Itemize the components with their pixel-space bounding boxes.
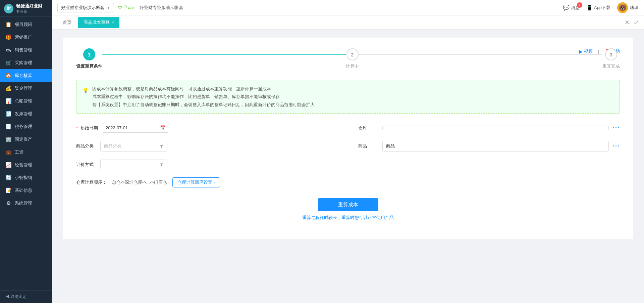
sidebar-label-purchase: 采购管理 xyxy=(15,60,32,66)
warehouse-more-icon[interactable]: ··· xyxy=(613,124,620,131)
warehouse-input[interactable] xyxy=(382,126,609,130)
category-select[interactable]: 商品分类 ▼ xyxy=(100,141,167,152)
warehouse-label: 仓库 xyxy=(358,125,378,131)
play-icon: ▶ xyxy=(579,49,583,54)
warehouse-order-value: 总仓->深圳仓库->...->门店仓 xyxy=(112,179,167,185)
sidebar-item-assets[interactable]: 🏢 固定资产 xyxy=(0,133,52,146)
sidebar-item-operation[interactable]: 📈 经营管理 xyxy=(0,159,52,171)
basic-icon: 📝 xyxy=(5,187,11,193)
message-icon: 💬 xyxy=(563,4,570,11)
sidebar-label-marketing: 营销推广 xyxy=(15,34,32,40)
warehouse-field: 仓库 ··· xyxy=(358,124,620,131)
accounting-icon: 📊 xyxy=(5,98,11,104)
goods-input[interactable]: 商品 xyxy=(382,141,609,152)
tab-home-label: 首页 xyxy=(63,20,71,25)
step-2-circle: 2 xyxy=(346,48,359,60)
verified-text: 已认证 xyxy=(123,5,136,10)
sidebar-item-basic[interactable]: 📝 基础信息 xyxy=(0,184,52,197)
sidebar-item-accounting[interactable]: 📊 总账管理 xyxy=(0,95,52,107)
sidebar-item-inventory[interactable]: 🏠 库存核算 xyxy=(0,69,52,82)
marketing-icon: 🎁 xyxy=(5,34,11,40)
submit-button[interactable]: 重算成本 xyxy=(318,198,378,211)
sidebar-item-system[interactable]: ⚙ 系统管理 xyxy=(0,197,52,210)
step-1: 1 设置重算条件 xyxy=(76,48,102,69)
category-label: 商品分类 xyxy=(76,143,96,149)
sidebar-item-marketing[interactable]: 🎁 营销推广 xyxy=(0,31,52,44)
video-link[interactable]: ▶ 视频 xyxy=(579,48,593,54)
sidebar-label-accounting: 总账管理 xyxy=(15,98,32,104)
user-name: 珠珠 xyxy=(630,5,639,11)
app-name: 畅捷通好业财 xyxy=(16,3,42,9)
step-3-label: 重算完成 xyxy=(602,63,620,69)
app-download-button[interactable]: 📱 App下载 xyxy=(586,5,610,11)
submit-label: 重算成本 xyxy=(338,202,358,207)
sidebar-item-sales[interactable]: 🛍 销售管理 xyxy=(0,44,52,56)
close-tab-icon[interactable]: × xyxy=(112,20,114,25)
sidebar-logo: 财 畅捷通好业财 专业版 xyxy=(0,0,52,17)
required-star: * xyxy=(76,125,78,130)
inventory-icon: 🏠 xyxy=(5,73,11,79)
sidebar-collapse-button[interactable]: ◀ 取消固定 xyxy=(0,290,52,303)
expand-icon[interactable]: ⤢ xyxy=(634,19,639,26)
sidebar-label-tax: 税务管理 xyxy=(15,124,32,130)
sidebar-label-project: 项目顾问 xyxy=(15,21,32,28)
divider: | xyxy=(598,48,599,54)
phone-icon: 📱 xyxy=(586,5,593,11)
sidebar: 财 畅捷通好业财 专业版 📋 项目顾问 🎁 营销推广 🛍 销售管理 🛒 采购管理… xyxy=(0,0,52,303)
notice-line-1: 因成本计算参数调整，或是对商品成本有疑问时，可以通过成本重算功能，重新计算一遍成… xyxy=(92,85,315,93)
warehouse-order-arrow-icon: › xyxy=(214,180,215,185)
tab-cost-recalc[interactable]: 商品成本重算 × xyxy=(78,17,119,28)
tab-bar: 首页 商品成本重算 × ✕ ⤢ xyxy=(52,15,644,30)
warehouse-order-settings-button[interactable]: 仓库计算顺序设置 › xyxy=(172,177,220,187)
sidebar-item-invoice[interactable]: 🧾 发票管理 xyxy=(0,107,52,120)
notice-box: 💡 因成本计算参数调整，或是对商品成本有疑问时，可以通过成本重算功能，重新计算一… xyxy=(76,80,620,114)
tab-home[interactable]: 首页 xyxy=(57,17,77,28)
calendar-icon[interactable]: 📅 xyxy=(160,125,165,130)
sidebar-label-sales: 销售管理 xyxy=(15,47,32,53)
account-chevron-icon: ▼ xyxy=(107,6,110,10)
app-edition: 专业版 xyxy=(16,9,42,14)
topbar: 好业财专业版演示帐套 ▼ 🛡 已认证 好业财专业版演示帐套 💬 消息 1 📱 A… xyxy=(52,0,644,15)
sidebar-label-basic: 基础信息 xyxy=(15,187,32,193)
sidebar-item-salary[interactable]: 💼 工资 xyxy=(0,146,52,159)
wizard-steps: 1 设置重算条件 2 计算中 3 重算完成 xyxy=(76,48,620,69)
user-profile[interactable]: 🐻 珠珠 xyxy=(617,2,639,13)
app-logo-icon: 财 xyxy=(4,4,13,13)
notice-content: 因成本计算参数调整，或是对商品成本有疑问时，可以通过成本重算功能，重新计算一遍成… xyxy=(92,85,315,109)
sidebar-label-finance: 资金管理 xyxy=(15,85,32,91)
sidebar-item-expense[interactable]: 🔄 小畅报销 xyxy=(0,171,52,184)
account-selector[interactable]: 好业财专业版演示帐套 ▼ xyxy=(57,3,114,12)
system-icon: ⚙ xyxy=(5,200,11,206)
sidebar-item-purchase[interactable]: 🛒 采购管理 xyxy=(0,56,52,69)
submit-area: 重算成本 重算过程耗时较长，重算时您可以正常使用产品 xyxy=(76,198,620,221)
wizard-card: ▶ 视频 | ❓ 帮助 1 设置重算条件 xyxy=(63,38,633,239)
goods-more-icon[interactable]: ··· xyxy=(613,143,620,150)
message-button[interactable]: 💬 消息 1 xyxy=(563,4,580,11)
step-3-circle: 3 xyxy=(605,48,617,60)
sidebar-label-operation: 经营管理 xyxy=(15,162,32,168)
account-name: 好业财专业版演示帐套 xyxy=(61,5,105,11)
sales-icon: 🛍 xyxy=(5,47,11,53)
form-row-1: * 起始日期 2022-07-01 📅 仓库 ··· xyxy=(76,123,620,133)
step-connector-1-2 xyxy=(102,54,346,55)
sidebar-label-invoice: 发票管理 xyxy=(15,111,32,117)
sidebar-item-project[interactable]: 📋 项目顾问 xyxy=(0,18,52,31)
sidebar-nav: 📋 项目顾问 🎁 营销推广 🛍 销售管理 🛒 采购管理 🏠 库存核算 💰 资金管… xyxy=(0,17,52,290)
shield-icon: 🛡 xyxy=(118,5,122,10)
category-placeholder: 商品分类 xyxy=(104,143,121,149)
tab-cost-recalc-label: 商品成本重算 xyxy=(84,19,110,26)
sidebar-item-tax[interactable]: 📑 税务管理 xyxy=(0,120,52,133)
pricing-field: 计价方式 ▼ xyxy=(76,160,338,169)
goods-label: 商品 xyxy=(358,143,378,149)
sidebar-item-finance[interactable]: 💰 资金管理 xyxy=(0,82,52,95)
start-date-input[interactable]: 2022-07-01 📅 xyxy=(102,123,169,133)
submit-hint: 重算过程耗时较长，重算时您可以正常使用产品 xyxy=(76,215,620,221)
pricing-select[interactable]: ▼ xyxy=(100,160,167,169)
step-2: 2 计算中 xyxy=(346,48,359,69)
notice-line-2: 成本重算过程中，影响库存账的操作均不能操作，比如进货单、销货单、库存单据不能审核… xyxy=(92,93,315,100)
purchase-icon: 🛒 xyxy=(5,60,11,66)
close-window-icon[interactable]: ✕ xyxy=(625,19,630,26)
start-date-field: * 起始日期 2022-07-01 📅 xyxy=(76,123,338,133)
topbar-right: 💬 消息 1 📱 App下载 🐻 珠珠 xyxy=(563,2,639,13)
app-download-label: App下载 xyxy=(594,5,610,11)
